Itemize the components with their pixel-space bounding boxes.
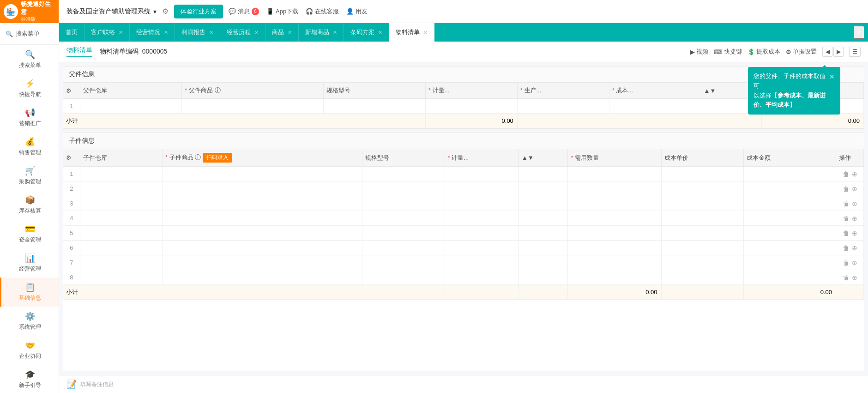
delete-row-icon[interactable]: 🗑 [843, 274, 849, 281]
child-cost-amount-cell[interactable] [744, 270, 836, 285]
nav-tab-barcode[interactable]: 条码方案✕ [344, 23, 389, 42]
child-required-qty-cell[interactable] [568, 167, 661, 181]
copy-row-icon[interactable]: ⊕ [852, 259, 857, 266]
child-goods-cell[interactable] [162, 167, 362, 181]
sub-tab-bom-list[interactable]: 物料清单 [66, 46, 92, 57]
system-selector[interactable]: 装备及固定资产辅助管理系统 ▾ [66, 7, 157, 16]
child-warehouse-cell[interactable] [80, 167, 162, 181]
shortcut-action[interactable]: ⌨ 快捷键 [714, 48, 742, 56]
child-goods-cell[interactable] [162, 241, 362, 255]
delete-row-icon[interactable]: 🗑 [843, 259, 849, 266]
child-spec-cell[interactable] [362, 255, 445, 270]
child-spec-cell[interactable] [362, 196, 445, 211]
sidebar-item-quick[interactable]: ⚡快捷导航 [0, 74, 59, 103]
app-download-action[interactable]: 📱 App下载 [266, 7, 298, 16]
child-spec-cell[interactable] [362, 181, 445, 196]
message-action[interactable]: 💬 消息 6 [229, 7, 259, 16]
tab-close-icon[interactable]: ✕ [288, 30, 292, 36]
child-unit-cost-cell[interactable] [661, 167, 743, 181]
child-cost-amount-cell[interactable] [744, 241, 836, 255]
list-view-button[interactable]: ☰ [849, 47, 861, 57]
copy-row-icon[interactable]: ⊕ [852, 200, 857, 207]
parent-col-settings[interactable]: ⚙ [63, 83, 80, 99]
single-settings-action[interactable]: ⚙ 单据设置 [786, 48, 817, 56]
child-unit-cost-cell[interactable] [661, 196, 743, 211]
tab-close-icon[interactable]: ✕ [209, 30, 213, 36]
view-action[interactable]: ▶ 视频 [690, 48, 708, 56]
sidebar-item-search[interactable]: 🔍搜索菜单 [0, 45, 59, 74]
child-cost-amount-cell[interactable] [744, 226, 836, 241]
child-unit-cost-cell[interactable] [661, 211, 743, 226]
child-unit-cell[interactable] [445, 255, 519, 270]
child-goods-cell[interactable] [162, 255, 362, 270]
parent-unit-cell[interactable] [426, 99, 518, 114]
child-required-qty-cell[interactable] [568, 211, 661, 226]
child-col-settings[interactable]: ⚙ [63, 149, 80, 167]
child-warehouse-cell[interactable] [80, 181, 162, 196]
tab-close-icon[interactable]: ✕ [333, 30, 337, 36]
child-goods-cell[interactable] [162, 270, 362, 285]
nav-tab-new_goods[interactable]: 新增商品✕ [299, 23, 344, 42]
child-unit-cell[interactable] [445, 211, 519, 226]
child-unit-cell[interactable] [445, 270, 519, 285]
search-menu-button[interactable]: 🔍 搜索菜单 [4, 27, 55, 41]
child-unit-cost-cell[interactable] [661, 270, 743, 285]
experience-button[interactable]: 体验行业方案 [174, 5, 223, 18]
parent-warehouse-cell[interactable] [80, 99, 182, 114]
copy-row-icon[interactable]: ⊕ [852, 170, 857, 178]
nav-tab-bom[interactable]: 物料清单✕ [389, 23, 434, 42]
tab-close-icon[interactable]: ✕ [164, 30, 168, 36]
nav-tab-home[interactable]: 首页 [59, 23, 84, 42]
child-warehouse-cell[interactable] [80, 241, 162, 255]
child-unit-cost-cell[interactable] [661, 241, 743, 255]
sidebar-item-marketing[interactable]: 📢营销推广 [0, 103, 59, 132]
settings-gear-icon[interactable]: ⚙ [162, 7, 169, 16]
parent-cost-cell[interactable] [609, 99, 701, 114]
child-warehouse-cell[interactable] [80, 196, 162, 211]
sidebar-item-finance[interactable]: 💳资金管理 [0, 219, 59, 248]
child-unit-cost-cell[interactable] [661, 181, 743, 196]
child-spec-cell[interactable] [362, 226, 445, 241]
extract-cost-action[interactable]: 💲 提取成本 [747, 48, 780, 56]
nav-tab-profit[interactable]: 利润报告✕ [175, 23, 220, 42]
nav-tab-history[interactable]: 经营历程✕ [220, 23, 265, 42]
copy-row-icon[interactable]: ⊕ [852, 274, 857, 281]
child-warehouse-cell[interactable] [80, 270, 162, 285]
sidebar-item-inventory[interactable]: 📦库存核算 [0, 190, 59, 219]
child-unit-cost-cell[interactable] [661, 255, 743, 270]
child-spec-cell[interactable] [362, 270, 445, 285]
child-unit-cost-cell[interactable] [661, 226, 743, 241]
sidebar-item-sales[interactable]: 💰销售管理 [0, 132, 59, 161]
delete-row-icon[interactable]: 🗑 [843, 170, 849, 178]
parent-goods-cell[interactable] [182, 99, 324, 114]
sidebar-item-system[interactable]: ⚙️系统管理 [0, 307, 59, 336]
prev-record-button[interactable]: ◀ [822, 47, 832, 57]
sidebar-item-operation[interactable]: 📊经营管理 [0, 248, 59, 278]
child-cost-amount-cell[interactable] [744, 255, 836, 270]
next-record-button[interactable]: ▶ [833, 47, 844, 57]
nav-tab-goods[interactable]: 商品✕ [265, 23, 299, 42]
child-required-qty-cell[interactable] [568, 196, 661, 211]
child-unit-cell[interactable] [445, 226, 519, 241]
tab-close-icon[interactable]: ✕ [254, 30, 259, 36]
nav-tab-customer[interactable]: 客户联络✕ [84, 23, 130, 42]
online-service-action[interactable]: 🎧 在线客服 [306, 7, 339, 16]
child-required-qty-cell[interactable] [568, 270, 661, 285]
parent-production-cell[interactable] [517, 99, 609, 114]
delete-row-icon[interactable]: 🗑 [843, 185, 849, 193]
sidebar-item-collab[interactable]: 🤝企业协同 [0, 336, 59, 365]
child-spec-cell[interactable] [362, 211, 445, 226]
child-goods-cell[interactable] [162, 196, 362, 211]
child-unit-cell[interactable] [445, 241, 519, 255]
nav-tab-operation[interactable]: 经营情况✕ [130, 23, 175, 42]
parent-spec-cell[interactable] [324, 99, 426, 114]
child-required-qty-cell[interactable] [568, 255, 661, 270]
child-cost-amount-cell[interactable] [744, 196, 836, 211]
scan-input-button[interactable]: 扫码录入 [203, 153, 232, 163]
child-required-qty-cell[interactable] [568, 241, 661, 255]
delete-row-icon[interactable]: 🗑 [843, 244, 849, 252]
child-required-qty-cell[interactable] [568, 226, 661, 241]
child-cost-amount-cell[interactable] [744, 181, 836, 196]
sidebar-item-basic[interactable]: 📋基础信息 [0, 278, 59, 307]
copy-row-icon[interactable]: ⊕ [852, 185, 857, 193]
